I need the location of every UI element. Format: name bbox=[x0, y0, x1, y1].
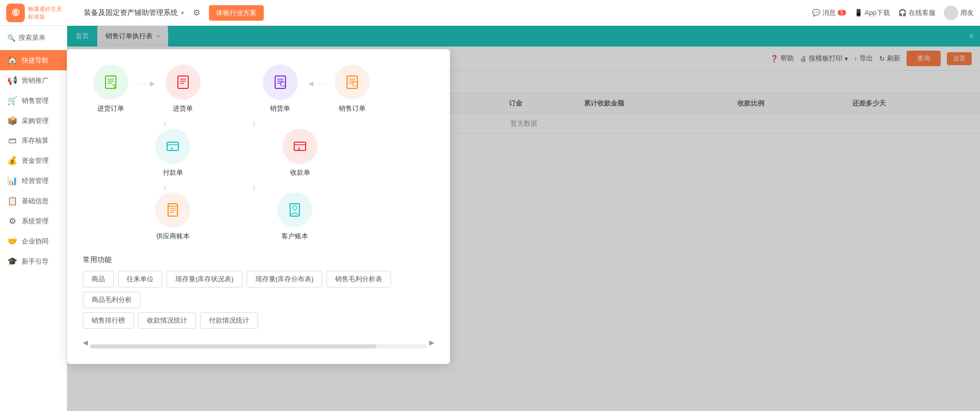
flow-node-receipt-bill[interactable]: ¥ 收款单 bbox=[282, 129, 318, 177]
message-label: 消息 bbox=[822, 8, 836, 18]
sales-icon: 🛒 bbox=[7, 96, 18, 105]
marketing-icon: 📢 bbox=[7, 75, 18, 85]
system-dropdown-icon[interactable]: ▾ bbox=[181, 9, 184, 17]
sales-bill-label: 销货单 bbox=[270, 104, 290, 113]
customer-ledger-circle bbox=[277, 192, 312, 227]
sidebar-item-quick-nav[interactable]: 🏠 快捷导航 bbox=[0, 50, 67, 70]
sidebar: 🔍 搜索菜单 🏠 快捷导航 📢 营销推广 🛒 销售管理 📦 采购管理 bbox=[0, 26, 67, 411]
quick-nav-label: 快捷导航 bbox=[22, 56, 49, 65]
down-arrow-payment: ↓ bbox=[163, 182, 167, 193]
svg-point-30 bbox=[293, 206, 297, 210]
sidebar-item-finance[interactable]: 💰 资金管理 bbox=[0, 150, 67, 171]
common-title: 常用功能 bbox=[83, 255, 434, 265]
modal-scroll-wrapper: ◀ ▶ bbox=[83, 336, 434, 348]
common-btn-stock-dist[interactable]: 现存量(库存分布表) bbox=[247, 271, 323, 287]
finance-label: 资金管理 bbox=[22, 156, 49, 165]
operations-label: 经营管理 bbox=[22, 176, 49, 186]
sidebar-item-purchase[interactable]: 📦 采购管理 bbox=[0, 111, 67, 131]
supplier-ledger-circle bbox=[155, 192, 190, 227]
online-service-label: 在线客服 bbox=[909, 8, 936, 18]
flow-node-payment-bill[interactable]: ¥ 付款单 bbox=[155, 129, 190, 177]
scroll-right-arrow[interactable]: ▶ bbox=[429, 339, 434, 346]
basic-info-icon: 📋 bbox=[7, 196, 18, 206]
common-btn-receipt-stats[interactable]: 收款情况统计 bbox=[138, 312, 196, 329]
flow-middle-row: ¥ 付款单 bbox=[83, 129, 434, 177]
common-btn-stock-status[interactable]: 现存量(库存状况表) bbox=[167, 271, 243, 287]
common-btn-product[interactable]: 商品 bbox=[83, 271, 114, 287]
message-icon: 💬 bbox=[812, 9, 820, 17]
message-badge: 5 bbox=[838, 10, 846, 16]
flow-node-sales-order[interactable]: 销售订单 bbox=[335, 65, 370, 113]
sidebar-item-basic-info[interactable]: 📋 基础信息 bbox=[0, 191, 67, 211]
sales-label: 销售管理 bbox=[22, 96, 49, 105]
payment-bill-label: 付款单 bbox=[163, 168, 183, 177]
purchase-order-circle bbox=[93, 65, 128, 100]
quick-nav-icon: 🏠 bbox=[7, 55, 18, 65]
purchase-flow: 进货订单 - - - - - ▶ bbox=[83, 65, 211, 113]
sys-mgmt-icon: ⚙ bbox=[7, 216, 18, 226]
settings-icon-btn[interactable]: ⚙ bbox=[189, 6, 204, 20]
payment-bill-circle: ¥ bbox=[155, 129, 190, 164]
sidebar-item-sales[interactable]: 🛒 销售管理 bbox=[0, 90, 67, 111]
app-wrapper: ⑥ 畅康通好生意 标准版 装备及固定资产辅助管理系统 ▾ ⚙ 体验行业方案 💬 … bbox=[0, 0, 980, 411]
sidebar-item-enterprise[interactable]: 🤝 企业协同 bbox=[0, 231, 67, 251]
sidebar-item-newbie[interactable]: 🎓 新手引导 bbox=[0, 251, 67, 271]
receipt-bill-label: 收款单 bbox=[290, 168, 310, 177]
purchase-icon: 📦 bbox=[7, 116, 18, 126]
flow-node-customer-ledger-wrapper: 客户账本 bbox=[267, 192, 323, 241]
common-btn-sales-ranking[interactable]: 销售排行榜 bbox=[83, 312, 134, 329]
sidebar-item-operations[interactable]: 📊 经营管理 bbox=[0, 171, 67, 191]
svg-text:¥: ¥ bbox=[171, 146, 173, 151]
common-btn-payment-stats[interactable]: 付款情况统计 bbox=[200, 312, 258, 329]
app-download-btn[interactable]: 📱 App下载 bbox=[854, 8, 890, 18]
finance-icon: 💰 bbox=[7, 156, 18, 165]
top-right: 💬 消息 5 📱 App下载 🎧 在线客服 用友 bbox=[812, 6, 974, 20]
flow-node-purchase-bill[interactable]: 进货单 bbox=[165, 65, 201, 113]
online-service-btn[interactable]: 🎧 在线客服 bbox=[898, 8, 936, 18]
search-menu-btn[interactable]: 🔍 搜索菜单 bbox=[4, 31, 63, 44]
common-btn-sales-profit-analysis[interactable]: 销售毛利分析表 bbox=[326, 271, 391, 287]
logo-line2: 标准版 bbox=[28, 13, 62, 20]
marketing-label: 营销推广 bbox=[22, 76, 49, 85]
sidebar-search[interactable]: 🔍 搜索菜单 bbox=[0, 26, 67, 50]
flow-node-supplier-ledger[interactable]: 供应商账本 bbox=[155, 192, 190, 241]
sidebar-item-inventory[interactable]: 🗃 库存核算 bbox=[0, 131, 67, 150]
flow-node-sales-bill[interactable]: 销货单 bbox=[263, 65, 298, 113]
down-arrow-purchase: ↓ bbox=[163, 118, 167, 129]
content-area: 首页 销售订单执行表 × × ❓ 帮助 🖨 按模板打印 ▾ bbox=[67, 26, 980, 411]
modal-overlay[interactable]: 进货订单 - - - - - ▶ bbox=[67, 26, 980, 411]
user-area[interactable]: 用友 bbox=[944, 6, 974, 20]
flow-top-row: 进货订单 - - - - - ▶ bbox=[83, 65, 434, 113]
logo-icon: ⑥ bbox=[6, 4, 25, 22]
message-btn[interactable]: 💬 消息 5 bbox=[812, 8, 846, 18]
logo-line1: 畅康通好生意 bbox=[28, 5, 62, 12]
common-btn-counterpart[interactable]: 往来单位 bbox=[118, 271, 162, 287]
down-arrow-receipt: ↓ bbox=[252, 182, 256, 193]
scroll-left-arrow[interactable]: ◀ bbox=[83, 339, 88, 346]
flow-bottom-arrows: ↓ ↓ bbox=[83, 182, 434, 193]
flow-diagram-section: 进货订单 - - - - - ▶ bbox=[83, 65, 434, 241]
flow-node-customer-ledger[interactable]: 客户账本 bbox=[277, 192, 312, 241]
common-functions-section: 常用功能 商品 往来单位 现存量(库存状况表) 现存量(库存分布表) 销售毛利分… bbox=[83, 255, 434, 329]
user-avatar bbox=[944, 6, 958, 20]
svg-rect-24 bbox=[168, 204, 177, 216]
common-btn-product-profit[interactable]: 商品毛利分析 bbox=[83, 292, 141, 308]
inventory-label: 库存核算 bbox=[22, 136, 49, 145]
app-download-label: App下载 bbox=[865, 8, 890, 18]
experience-btn[interactable]: 体验行业方案 bbox=[209, 5, 264, 21]
operations-icon: 📊 bbox=[7, 176, 18, 186]
flow-node-purchase-order[interactable]: 进货订单 bbox=[93, 65, 128, 113]
common-btns-row-1: 商品 往来单位 现存量(库存状况表) 现存量(库存分布表) 销售毛利分析表 商品… bbox=[83, 271, 434, 308]
modal-box: 进货订单 - - - - - ▶ bbox=[67, 49, 450, 364]
sidebar-item-sys-mgmt[interactable]: ⚙ 系统管理 bbox=[0, 211, 67, 231]
newbie-label: 新手引导 bbox=[22, 257, 49, 266]
svg-text:¥: ¥ bbox=[298, 146, 300, 151]
flow-node-receipt-bill-wrapper: ¥ 收款单 bbox=[272, 129, 328, 177]
app-download-icon: 📱 bbox=[854, 9, 863, 17]
top-bar: ⑥ 畅康通好生意 标准版 装备及固定资产辅助管理系统 ▾ ⚙ 体验行业方案 💬 … bbox=[0, 0, 980, 26]
search-label: 搜索菜单 bbox=[19, 33, 46, 42]
arrow-down-payment: ↓ bbox=[163, 182, 167, 193]
flow-bottom-row: 供应商账本 bbox=[83, 192, 434, 241]
sidebar-item-marketing[interactable]: 📢 营销推广 bbox=[0, 70, 67, 90]
modal-scrollbar[interactable] bbox=[90, 344, 427, 348]
